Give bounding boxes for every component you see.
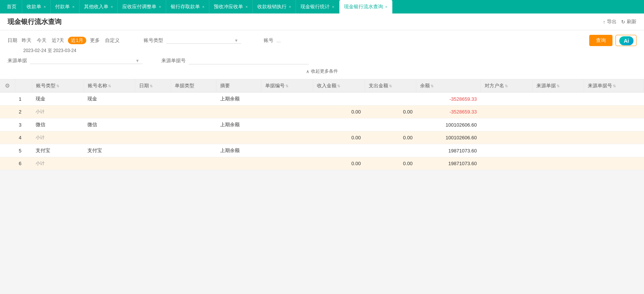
cell-checkbox — [0, 93, 15, 106]
cell-balance: 100102606.60 — [416, 131, 480, 144]
table-body: 1现金现金上期余额-3528659.332小计0.000.00-3528659.… — [0, 93, 644, 170]
nav-item-payment[interactable]: 付款单 × — [51, 0, 79, 13]
date-range-text: 2023-02-24 至 2023-03-24 — [23, 48, 76, 53]
cell-num: 1 — [15, 93, 32, 106]
cell-source-doc — [532, 118, 584, 131]
cell-balance: 19871073.60 — [416, 144, 480, 157]
nav-receipt-close[interactable]: × — [44, 4, 46, 9]
source-doc-label: 来源单据 — [8, 57, 27, 64]
cell-doc-type — [171, 118, 216, 131]
nav-prepaid-close[interactable]: × — [245, 4, 248, 9]
cell-summary: 上期余额 — [216, 93, 261, 106]
refresh-label: 刷新 — [627, 18, 636, 25]
col-doc-type: 单据类型 — [171, 79, 216, 93]
shortcut-7days[interactable]: 近7天 — [50, 37, 66, 44]
col-income[interactable]: 收入金额⇅ — [313, 79, 365, 93]
col-account-name[interactable]: 账号名称⇅ — [84, 79, 135, 93]
nav-payment-close[interactable]: × — [72, 4, 74, 9]
cell-doc-no — [261, 106, 313, 118]
nav-item-prepaid[interactable]: 预收冲应收单 × — [209, 0, 252, 13]
nav-item-bank-deposit[interactable]: 银行存取款单 × — [166, 0, 209, 13]
col-expense[interactable]: 支出金额⇅ — [365, 79, 416, 93]
cell-summary: 上期余额 — [216, 118, 261, 131]
query-button[interactable]: 查询 — [589, 35, 612, 46]
nav-bank-deposit-close[interactable]: × — [202, 4, 204, 9]
cell-counterpart — [480, 106, 532, 118]
source-doc-select[interactable]: ▼ — [30, 58, 143, 64]
account-type-select[interactable]: ▼ — [166, 37, 241, 44]
cell-num: 6 — [15, 157, 32, 170]
nav-item-receipt[interactable]: 收款单 × — [22, 0, 51, 13]
cell-date — [135, 106, 171, 118]
gear-icon[interactable]: ⚙ — [5, 82, 10, 89]
header-actions: ↑ 导出 ↻ 刷新 — [603, 18, 637, 25]
cell-account-name: 微信 — [84, 118, 135, 131]
ai-badge[interactable]: Ai — [619, 36, 633, 45]
nav-bank-stat-close[interactable]: × — [332, 4, 334, 9]
cell-account-type: 现金 — [32, 93, 84, 106]
cell-date — [135, 118, 171, 131]
cell-account-name: 现金 — [84, 93, 135, 106]
cell-source-doc-no — [584, 93, 644, 106]
col-date[interactable]: 日期⇅ — [135, 79, 171, 93]
shortcut-yesterday[interactable]: 昨天 — [20, 37, 33, 44]
source-doc-num-input[interactable] — [189, 57, 309, 64]
account-dots[interactable]: ... — [276, 38, 281, 43]
table-header-row: ⚙ 账号类型⇅ 账号名称⇅ 日期⇅ 单据类型 摘要 单据编号⇅ 收入金额⇅ 支出… — [0, 79, 644, 93]
cell-expense: 0.00 — [365, 157, 416, 170]
collapse-bar[interactable]: ∧ 收起更多条件 — [8, 68, 636, 75]
collapse-up-icon: ∧ — [306, 69, 309, 74]
flow-table: ⚙ 账号类型⇅ 账号名称⇅ 日期⇅ 单据类型 摘要 单据编号⇅ 收入金额⇅ 支出… — [0, 79, 644, 170]
cell-doc-no — [261, 144, 313, 157]
source-doc-filter: 来源单据 ▼ — [8, 57, 143, 64]
cell-source-doc — [532, 144, 584, 157]
shortcut-more[interactable]: 更多 — [89, 37, 101, 44]
refresh-button[interactable]: ↻ 刷新 — [621, 18, 636, 25]
nav-item-adjust[interactable]: 应收应付调整单 × — [118, 0, 166, 13]
top-navigation: 首页 收款单 × 付款单 × 其他收入单 × 应收应付调整单 × 银行存取款单 … — [0, 0, 644, 13]
table-row: 4小计0.000.00100102606.60 — [0, 131, 644, 144]
nav-item-bank-stat[interactable]: 现金银行统计 × — [296, 0, 339, 13]
cell-income: 0.00 — [313, 106, 365, 118]
account-label: 账号 — [264, 37, 273, 44]
table-container: ⚙ 账号类型⇅ 账号名称⇅ 日期⇅ 单据类型 摘要 单据编号⇅ 收入金额⇅ 支出… — [0, 79, 644, 170]
nav-item-other-income[interactable]: 其他收入单 × — [80, 0, 118, 13]
export-icon: ↑ — [603, 19, 606, 25]
nav-bank-flow-close[interactable]: × — [385, 4, 387, 9]
col-doc-no[interactable]: 单据编号⇅ — [261, 79, 313, 93]
cell-source-doc-no — [584, 144, 644, 157]
shortcut-1month[interactable]: 近1月 — [68, 37, 86, 44]
nav-item-home[interactable]: 首页 — [2, 0, 22, 13]
cell-balance: 100102606.60 — [416, 118, 480, 131]
col-account-type[interactable]: 账号类型⇅ — [32, 79, 84, 93]
cell-counterpart — [480, 157, 532, 170]
nav-bank-flow-label: 现金银行流水查询 — [344, 3, 383, 10]
col-source-doc-no[interactable]: 来源单据号⇅ — [584, 79, 644, 93]
cell-num: 2 — [15, 106, 32, 118]
nav-adjust-close[interactable]: × — [159, 4, 161, 9]
filter-row-1: 日期 昨天 今天 近7天 近1月 更多 自定义 账号类型 ▼ 账号 ... — [8, 35, 636, 46]
col-source-doc[interactable]: 来源单据⇅ — [532, 79, 584, 93]
cell-source-doc — [532, 93, 584, 106]
page-header: 现金银行流水查询 ↑ 导出 ↻ 刷新 — [0, 13, 644, 30]
cell-date — [135, 157, 171, 170]
nav-other-income-close[interactable]: × — [111, 4, 113, 9]
col-balance[interactable]: 余额⇅ — [416, 79, 480, 93]
account-filter: 账号 ... — [264, 37, 281, 44]
col-gear[interactable]: ⚙ — [0, 79, 15, 93]
nav-item-verify[interactable]: 收款核销执行 × — [253, 0, 296, 13]
nav-bank-stat-label: 现金银行统计 — [300, 3, 330, 10]
nav-other-income-label: 其他收入单 — [84, 3, 108, 10]
cell-doc-type — [171, 106, 216, 118]
cell-account-name — [84, 106, 135, 118]
cell-balance: 19871073.60 — [416, 157, 480, 170]
cell-account-name — [84, 131, 135, 144]
nav-item-bank-flow[interactable]: 现金银行流水查询 × — [339, 0, 392, 13]
col-counterpart[interactable]: 对方户名⇅ — [480, 79, 532, 93]
shortcut-custom[interactable]: 自定义 — [104, 37, 121, 44]
shortcut-today[interactable]: 今天 — [35, 37, 48, 44]
cell-date — [135, 144, 171, 157]
nav-verify-close[interactable]: × — [289, 4, 291, 9]
cell-income — [313, 93, 365, 106]
export-button[interactable]: ↑ 导出 — [603, 18, 617, 25]
